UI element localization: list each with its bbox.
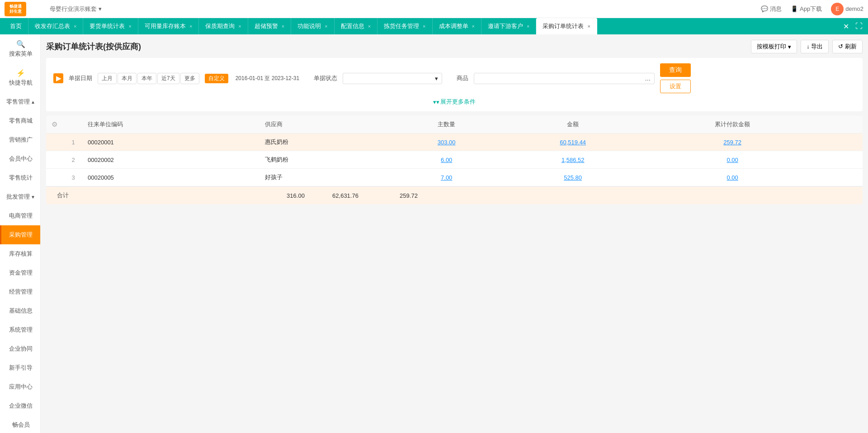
tab-keyong[interactable]: 可用量库存账本 × <box>138 18 199 34</box>
close-caigou-icon[interactable]: × <box>587 24 590 29</box>
template-print-button[interactable]: 按模板打印 ▾ <box>751 40 797 53</box>
tab-yaoqing[interactable]: 邀请下游客户 × <box>481 18 536 34</box>
sidebar-item-appstore[interactable]: 应用中心 <box>0 377 40 396</box>
sidebar-item-wechat[interactable]: 企业微信 <box>0 396 40 415</box>
tab-caigou[interactable]: 采购订单统计表 × <box>536 18 597 34</box>
download-icon: 📱 <box>791 5 798 12</box>
close-keyong-icon[interactable]: × <box>189 24 192 29</box>
export-button[interactable]: ↓ 导出 <box>801 40 829 53</box>
sidebar-item-quick[interactable]: ⚡ 快捷导航 <box>0 63 40 92</box>
cell-paid-0[interactable]: 259.72 <box>644 133 821 151</box>
cell-amount-1[interactable]: 1,586.52 <box>502 151 644 169</box>
col-paid-header: 累计付款金额 <box>644 116 821 133</box>
table-row: 2 00020002 飞鹤奶粉 6.00 1,586.52 0.00 <box>46 151 863 169</box>
logo-image: 畅捷通好生意 <box>5 2 26 16</box>
refresh-button[interactable]: ↺ 刷新 <box>832 40 863 53</box>
sidebar-item-enterprise[interactable]: 企业协同 <box>0 339 40 358</box>
cell-qty-2[interactable]: 7.00 <box>391 169 502 186</box>
tab-yaohuo-label: 要货单统计表 <box>90 22 125 30</box>
message-btn[interactable]: 💬 消息 <box>761 5 782 13</box>
filter-right-buttons: 查询 设置 <box>660 63 691 93</box>
close-gongneng-icon[interactable]: × <box>325 24 327 29</box>
goods-select[interactable]: … <box>474 73 655 84</box>
col-amount-header: 金额 <box>502 116 644 133</box>
sidebar-item-purchase[interactable]: 采购管理 <box>0 225 40 244</box>
cell-supplier-1: 飞鹤奶粉 <box>259 151 392 169</box>
filter-toggle-btn[interactable]: ▶ <box>53 73 63 83</box>
date-btn-7days[interactable]: 近7天 <box>157 73 179 84</box>
cell-amount-2[interactable]: 525.80 <box>502 169 644 186</box>
tab-yaohuo[interactable]: 要货单统计表 × <box>83 18 138 34</box>
page-title: 采购订单统计表(按供应商) <box>46 41 141 52</box>
close-shoufa-icon[interactable]: × <box>74 24 76 29</box>
sidebar-item-inventory[interactable]: 库存核算 <box>0 244 40 263</box>
sidebar-item-vip[interactable]: 畅会员 <box>0 415 40 433</box>
footer-label-text: 合计 <box>57 192 69 199</box>
tab-chengben[interactable]: 成本调整单 × <box>433 18 481 34</box>
sidebar-item-marketing[interactable]: 营销推广 <box>0 130 40 149</box>
settings-button[interactable]: 设置 <box>660 80 691 93</box>
filter-date-options: 上月 本月 本年 近7天 更多 <box>98 73 199 84</box>
retail-arrow-icon: ▲ <box>31 100 35 105</box>
filter-expand-row: ▾▾ 展开更多条件 <box>53 98 855 106</box>
sidebar-item-retail[interactable]: 零售管理 ▲ <box>0 92 40 111</box>
sidebar-item-operation[interactable]: 经营管理 <box>0 282 40 301</box>
data-table: ⚙ 往来单位编码 供应商 主数量 金额 累计付款金额 1 00020001 <box>46 116 863 186</box>
tab-close-all-icon[interactable]: ✕ <box>841 22 851 31</box>
sidebar-item-wholesale[interactable]: 批发管理 ▼ <box>0 187 40 206</box>
close-pihuo-icon[interactable]: × <box>423 24 425 29</box>
cell-paid-2[interactable]: 0.00 <box>644 169 821 186</box>
tab-pihuo[interactable]: 拣货任务管理 × <box>377 18 432 34</box>
cell-seq-2: 3 <box>64 169 82 186</box>
expand-more-btn[interactable]: ▾▾ 展开更多条件 <box>433 98 476 106</box>
close-chaochu-icon[interactable]: × <box>282 24 284 29</box>
tab-chaochu[interactable]: 超储预警 × <box>248 18 291 34</box>
tab-keyong-label: 可用量库存账本 <box>145 22 186 30</box>
cell-settings-2 <box>46 169 64 186</box>
tab-peizhi[interactable]: 配置信息 × <box>335 18 377 34</box>
cell-amount-0[interactable]: 60,519.44 <box>502 133 644 151</box>
date-btn-last-month[interactable]: 上月 <box>98 73 117 84</box>
date-btn-more[interactable]: 更多 <box>180 73 199 84</box>
sidebar-item-basic[interactable]: 基础信息 <box>0 301 40 320</box>
tab-baozhi[interactable]: 保质期查询 × <box>199 18 248 34</box>
sidebar-item-retail-stats[interactable]: 零售统计 <box>0 168 40 187</box>
sidebar-item-retail-store[interactable]: 零售商城 <box>0 111 40 130</box>
app-download-btn[interactable]: 📱 App下载 <box>791 5 822 13</box>
table-settings-icon[interactable]: ⚙ <box>52 120 57 128</box>
cell-extra-2 <box>821 169 863 186</box>
user-name: demo2 <box>845 5 863 12</box>
tab-gongneng[interactable]: 功能说明 × <box>291 18 334 34</box>
quick-icon: ⚡ <box>16 69 25 77</box>
sidebar-item-newbie[interactable]: 新手引导 <box>0 358 40 377</box>
date-btn-this-month[interactable]: 本月 <box>118 73 137 84</box>
table-footer: 合计 316.00 62,631.76 259.72 <box>46 186 863 204</box>
cell-paid-1[interactable]: 0.00 <box>644 151 821 169</box>
sidebar-item-search[interactable]: 🔍 搜索英单 <box>0 34 40 63</box>
query-button[interactable]: 查询 <box>660 63 691 77</box>
sidebar-item-ecommerce[interactable]: 电商管理 <box>0 206 40 225</box>
close-yaohuo-icon[interactable]: × <box>128 24 131 29</box>
sidebar-item-system[interactable]: 系统管理 <box>0 320 40 339</box>
cell-qty-1[interactable]: 6.00 <box>391 151 502 169</box>
sidebar-item-finance[interactable]: 资金管理 <box>0 263 40 282</box>
sidebar-item-member[interactable]: 会员中心 <box>0 149 40 168</box>
tab-shoufa[interactable]: 收发存汇总表 × <box>28 18 83 34</box>
close-peizhi-icon[interactable]: × <box>368 24 371 29</box>
footer-label: 合计 <box>52 191 174 200</box>
user-area[interactable]: E demo2 <box>831 3 863 15</box>
table-row: 3 00020005 好孩子 7.00 525.80 0.00 <box>46 169 863 186</box>
tab-home[interactable]: 首页 <box>4 18 28 34</box>
status-select[interactable]: ▾ <box>343 73 442 84</box>
cell-seq-1: 2 <box>64 151 82 169</box>
cell-qty-0[interactable]: 303.00 <box>391 133 502 151</box>
close-chengben-icon[interactable]: × <box>472 24 475 29</box>
export-icon: ↓ <box>807 43 810 50</box>
date-btn-this-year[interactable]: 本年 <box>137 73 156 84</box>
goods-more-icon[interactable]: … <box>645 75 651 82</box>
close-baozhi-icon[interactable]: × <box>238 24 241 29</box>
tab-expand-icon[interactable]: ⛶ <box>854 22 864 30</box>
close-yaoqing-icon[interactable]: × <box>527 24 529 29</box>
ecommerce-label: 电商管理 <box>9 212 33 220</box>
workspace-selector[interactable]: 母婴行业演示账套 ▾ <box>50 5 102 13</box>
